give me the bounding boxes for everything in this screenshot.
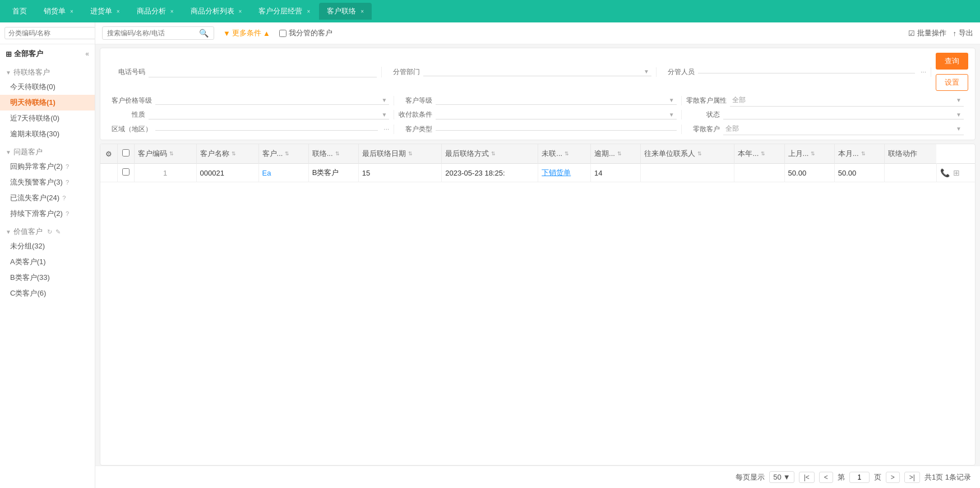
col-action: 联络动作 [884, 144, 936, 164]
price-grade-select[interactable]: ▼ [155, 96, 389, 105]
sort-icon: ⇅ [697, 151, 702, 156]
sidebar-item-7days[interactable]: 近7天待联络(0) [0, 111, 95, 126]
nav-customer-tier[interactable]: 客户分层经营 × [251, 3, 318, 20]
payment-select[interactable]: ▼ [436, 111, 676, 119]
collapse-icon[interactable]: « [85, 50, 89, 58]
nav-purchase[interactable]: 进货单 × [82, 3, 128, 20]
status-select[interactable]: ▼ [723, 111, 964, 119]
sidebar-item-class-b[interactable]: B类客户(33) [0, 270, 95, 286]
sidebar-item-tomorrow[interactable]: 明天待联络(1) [0, 95, 95, 111]
arrow-down-icon: ▼ [6, 229, 11, 235]
row-checkbox[interactable] [122, 168, 130, 176]
phone-icon[interactable]: 📞 [940, 168, 950, 177]
sidebar-problem-header: ▼ 问题客户 [0, 144, 95, 159]
nav-customer-contact[interactable]: 客户联络 × [319, 3, 372, 20]
more-icon[interactable]: ··· [383, 125, 389, 133]
close-icon[interactable]: × [239, 8, 242, 15]
prev-page-btn[interactable]: < [819, 472, 833, 483]
settings-button[interactable]: 设置 [936, 74, 968, 91]
arrow-down-icon: ▼ [6, 70, 11, 76]
nature-select[interactable]: ▼ [149, 111, 389, 119]
phone-input[interactable] [149, 67, 377, 77]
area-select[interactable] [155, 128, 378, 131]
page-size-select[interactable]: 50 ▼ [769, 471, 794, 483]
sidebar-item-repurchase[interactable]: 回购异常客户(2) ? [0, 159, 95, 174]
col-overdue: 逾期... ⇅ [591, 144, 641, 164]
search-input[interactable] [107, 29, 197, 37]
select-all-checkbox[interactable] [122, 149, 130, 156]
retail-customer-select[interactable]: 全部 ▼ [723, 123, 964, 135]
filter-row-2: 客户价格等级 ▼ 客户等级 ▼ 零散客户属性 全部 [107, 94, 968, 107]
sidebar-pending-header: ▼ 待联络客户 [0, 65, 95, 79]
my-customers-checkbox[interactable] [279, 30, 286, 37]
sidebar-item-today[interactable]: 今天待联络(0) [0, 79, 95, 95]
row-type: B类客户 [308, 164, 358, 182]
customer-type-select[interactable] [436, 128, 676, 131]
sort-icon: ⇅ [811, 151, 815, 156]
last-method-link[interactable]: 下销货单 [542, 168, 571, 177]
close-icon[interactable]: × [117, 8, 120, 15]
first-page-btn[interactable]: |< [799, 472, 815, 483]
manager-select[interactable] [698, 71, 915, 73]
close-icon[interactable]: × [70, 8, 73, 15]
page-unit: 页 [874, 472, 881, 482]
check-icon: ☑ [908, 29, 915, 38]
page-input[interactable] [849, 472, 870, 483]
sidebar-item-class-a[interactable]: A类客户(1) [0, 254, 95, 270]
chevron-down-icon: ▼ [381, 97, 387, 103]
refresh-icon[interactable]: ↻ [47, 228, 52, 236]
col-name: 客户名称 ⇅ [196, 144, 258, 164]
row-num: 1 [134, 164, 196, 182]
sidebar-item-class-c[interactable]: C类客户(6) [0, 286, 95, 301]
next-page-btn[interactable]: > [886, 472, 900, 483]
sidebar-item-churned[interactable]: 已流失客户(24) ? [0, 190, 95, 206]
export-btn[interactable]: ↑ 导出 [953, 28, 974, 38]
filter-row-1: 电话号码 分管部门 ▼ 分管人员 ··· [107, 53, 968, 91]
sidebar-item-ungroup[interactable]: 未分组(32) [0, 238, 95, 254]
sidebar-all-customers[interactable]: ⊞ 全部客户 « [0, 45, 95, 62]
sidebar-problem-section: ▼ 问题客户 回购异常客户(2) ? 流失预警客户(3) ? 已流失客户(24)… [0, 143, 95, 223]
filter-customer-grade: 客户等级 ▼ [394, 96, 681, 105]
row-check [117, 164, 134, 182]
close-icon[interactable]: × [170, 8, 174, 15]
filter-panel: 电话号码 分管部门 ▼ 分管人员 ··· [100, 48, 976, 140]
settings-icon[interactable]: ⚙ [105, 150, 112, 158]
last-page-btn[interactable]: >| [904, 472, 920, 483]
toolbar-right: ☑ 批量操作 ↑ 导出 [908, 28, 974, 38]
chevron-down-icon: ▼ [783, 473, 791, 481]
grid-action-icon[interactable]: ⊞ [953, 168, 960, 177]
row-settings [100, 164, 117, 182]
chevron-up-icon: ▲ [263, 29, 270, 38]
more-icon[interactable]: ··· [921, 68, 926, 76]
top-nav: 首页 销货单 × 进货单 × 商品分析 × 商品分析列表 × 客户分层经营 × … [0, 0, 980, 22]
row-this-month [884, 164, 936, 182]
help-icon: ? [66, 163, 69, 170]
dept-select[interactable]: ▼ [423, 67, 651, 76]
sidebar-item-churn-warn[interactable]: 流失预警客户(3) ? [0, 174, 95, 190]
sidebar-item-declining[interactable]: 持续下滑客户(2) ? [0, 206, 95, 222]
col-settings: ⚙ [100, 144, 117, 164]
customer-grade-select[interactable]: ▼ [436, 96, 676, 105]
help-icon: ? [66, 210, 69, 217]
nav-analysis-list[interactable]: 商品分析列表 × [183, 3, 250, 20]
sidebar-item-overdue[interactable]: 逾期未联络(30) [0, 126, 95, 142]
query-button[interactable]: 查询 [936, 53, 968, 70]
sort-icon: ⇅ [861, 151, 866, 156]
col-type: 客户... ⇅ [258, 144, 308, 164]
batch-operation-btn[interactable]: ☑ 批量操作 [908, 28, 946, 38]
nav-home[interactable]: 首页 [4, 3, 35, 20]
row-last-date: 2023-05-23 18:25: [442, 164, 538, 182]
filter-btn[interactable]: ▼ 更多条件 ▲ [219, 26, 275, 40]
col-unit-contact: 往来单位联系人 ⇅ [641, 144, 734, 164]
nav-sales[interactable]: 销货单 × [36, 3, 81, 20]
my-customers-checkbox-area: 我分管的客户 [279, 28, 332, 38]
sidebar-all-customers-section: ⊞ 全部客户 « [0, 44, 95, 63]
retail-attr-select[interactable]: 全部 ▼ [730, 94, 964, 107]
search-icon[interactable]: 🔍 [199, 29, 209, 38]
close-icon[interactable]: × [360, 8, 364, 15]
nav-analysis[interactable]: 商品分析 × [129, 3, 182, 20]
close-icon[interactable]: × [307, 8, 310, 15]
row-contact: 15 [358, 164, 442, 182]
edit-icon[interactable]: ✎ [56, 228, 61, 236]
sidebar-search-input[interactable] [4, 27, 95, 39]
